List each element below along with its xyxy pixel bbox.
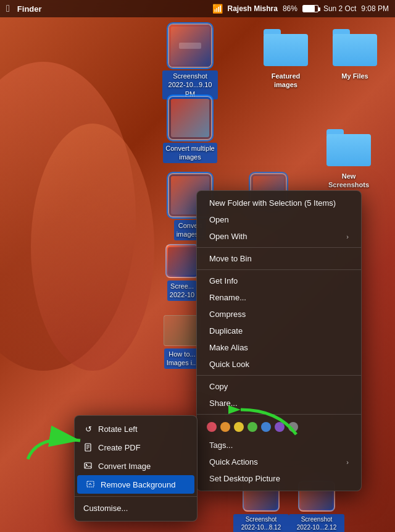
remove-background-icon: [86, 479, 96, 489]
username: Rajesh Mishra: [228, 4, 278, 13]
battery-percent: 86%: [283, 4, 297, 13]
featured-images-label: Featured images: [258, 70, 314, 91]
menu-item-open[interactable]: Open: [199, 211, 359, 228]
apple-menu-icon[interactable]: : [6, 3, 10, 14]
tag-red[interactable]: [207, 422, 217, 432]
menu-item-duplicate[interactable]: Duplicate: [199, 323, 359, 339]
my-files-thumbnail: [333, 23, 377, 68]
time-display: 9:08 PM: [361, 4, 389, 13]
desktop-icon-new-screenshots[interactable]: New Screenshots: [321, 124, 376, 191]
submenu-item-convert-image[interactable]: Convert Image: [75, 457, 197, 475]
menu-item-move-to-bin[interactable]: Move to Bin: [199, 250, 359, 267]
screenshot-bottom1-label: Screenshot2022-10...8.12 PM: [233, 514, 289, 532]
menu-item-rename[interactable]: Rename...: [199, 289, 359, 306]
wifi-icon: 📶: [212, 4, 223, 14]
context-menu: New Folder with Selection (5 Items) Open…: [196, 190, 362, 491]
submenu-item-remove-background[interactable]: Remove Background: [77, 475, 194, 494]
menu-item-new-folder[interactable]: New Folder with Selection (5 Items): [199, 195, 359, 211]
screenshot-main-label: Screenshot2022-10...9.10 PM: [162, 70, 218, 99]
menu-item-open-with[interactable]: Open With ›: [199, 228, 359, 245]
menu-item-compress[interactable]: Compress: [199, 306, 359, 323]
menu-item-quick-look[interactable]: Quick Look: [199, 356, 359, 373]
partial1-label: Scree...2022-10: [167, 281, 197, 301]
desktop:  Finder 📶 Rajesh Mishra 86% Sun 2 Oct 9…: [0, 0, 395, 532]
menubar-right: 📶 Rajesh Mishra 86% Sun 2 Oct 9:08 PM: [212, 4, 389, 14]
app-name[interactable]: Finder: [17, 4, 42, 14]
desktop-icon-convert-multiple[interactable]: Convert multipleimages: [162, 96, 218, 163]
separator-1: [197, 247, 361, 248]
menu-item-set-desktop-picture[interactable]: Set Desktop Picture: [199, 470, 359, 487]
convert-multiple-thumbnail: [168, 96, 212, 140]
menu-item-quick-actions[interactable]: Quick Actions ›: [199, 454, 359, 470]
desktop-icon-screenshot-main[interactable]: Screenshot2022-10...9.10 PM: [162, 23, 218, 99]
date-display: Sun 2 Oct: [323, 4, 356, 13]
separator-2: [197, 269, 361, 270]
submenu-separator: [75, 496, 197, 497]
open-with-arrow-icon: ›: [346, 233, 349, 240]
quick-actions-submenu: ↺ Rotate Left Create PDF Convert Image R…: [74, 415, 198, 521]
submenu-item-customise[interactable]: Customise...: [75, 499, 197, 517]
new-screenshots-thumbnail: [326, 124, 371, 168]
menubar:  Finder 📶 Rajesh Mishra 86% Sun 2 Oct 9…: [0, 0, 395, 17]
new-screenshots-label: New Screenshots: [321, 171, 376, 191]
arrow-left-annotation: [19, 416, 86, 465]
my-files-label: My Files: [339, 70, 370, 82]
menubar-left:  Finder: [6, 3, 42, 14]
separator-3: [197, 375, 361, 376]
partial1-thumbnail: [165, 244, 199, 278]
submenu-item-create-pdf[interactable]: Create PDF: [75, 438, 197, 457]
menu-item-get-info[interactable]: Get Info: [199, 272, 359, 289]
featured-images-thumbnail: [264, 23, 308, 68]
arrow-right-annotation: [228, 391, 302, 441]
bg-decoration-2: [31, 124, 154, 371]
menu-item-make-alias[interactable]: Make Alias: [199, 339, 359, 356]
convert-multiple-label: Convert multipleimages: [163, 143, 217, 163]
battery-indicator: [302, 5, 318, 12]
screenshot-main-thumbnail: [168, 23, 212, 68]
desktop-icon-featured-images[interactable]: Featured images: [258, 23, 314, 91]
desktop-icon-my-files[interactable]: My Files: [327, 23, 383, 82]
submenu-item-rotate-left[interactable]: ↺ Rotate Left: [75, 420, 197, 438]
quick-actions-arrow-icon: ›: [346, 458, 349, 466]
partial2-label: How to...Images i...: [164, 348, 201, 369]
partial2-thumbnail: [164, 315, 201, 346]
screenshot-bottom2-label: Screenshot2022-10...2.12 PM: [289, 514, 344, 532]
